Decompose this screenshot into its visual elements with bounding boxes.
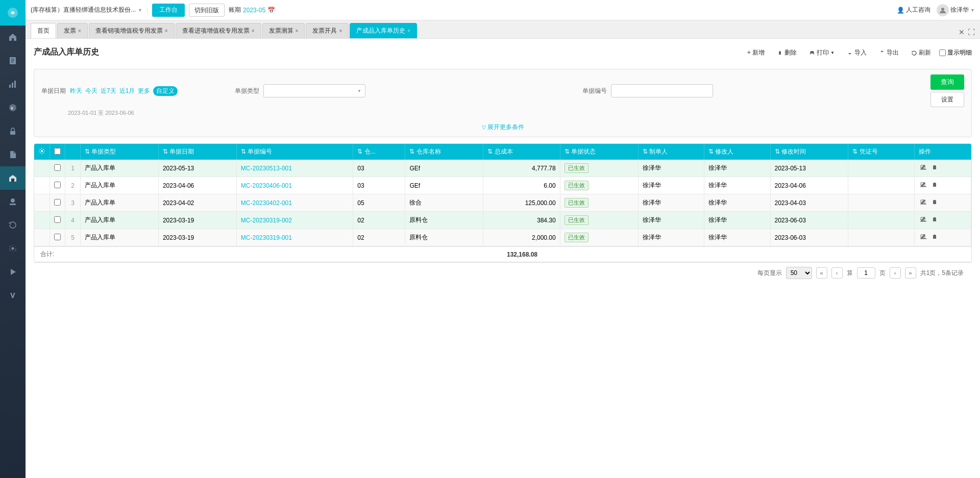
col-modifier[interactable]: ⇅ 修改人 bbox=[704, 144, 770, 160]
row-edit-btn[interactable] bbox=[920, 199, 929, 207]
sidebar-item-doc[interactable] bbox=[0, 143, 26, 166]
sidebar-item-play[interactable] bbox=[0, 260, 26, 284]
row-delete-btn[interactable] bbox=[931, 164, 938, 172]
custom-btn[interactable]: 自定义 bbox=[153, 86, 178, 96]
user-menu[interactable]: 徐泽华 ▼ bbox=[937, 4, 975, 16]
row-checkbox[interactable] bbox=[54, 164, 61, 171]
sidebar-item-stamp[interactable] bbox=[0, 190, 26, 213]
col-date[interactable]: ⇅ 单据日期 bbox=[158, 144, 236, 160]
refresh-button[interactable]: 刷新 bbox=[907, 47, 935, 59]
tab-home[interactable]: 首页 bbox=[31, 23, 56, 38]
row-edit-btn[interactable] bbox=[920, 164, 929, 172]
page-size-select[interactable]: 50 20 100 bbox=[786, 267, 812, 279]
query-button[interactable]: 查询 bbox=[930, 74, 964, 90]
new-button[interactable]: + 新增 bbox=[743, 47, 769, 59]
import-button[interactable]: 导入 bbox=[843, 47, 871, 59]
sidebar-item-chart[interactable] bbox=[0, 72, 26, 96]
last7-btn[interactable]: 近7天 bbox=[101, 87, 116, 95]
row-checkbox[interactable] bbox=[54, 216, 61, 223]
row-number-link[interactable]: MC-20230513-001 bbox=[241, 165, 292, 172]
row-number-link[interactable]: MC-20230319-002 bbox=[241, 217, 292, 224]
row-checkbox-cell[interactable] bbox=[50, 212, 65, 229]
col-warehouse-code[interactable]: ⇅ 仓... bbox=[353, 144, 405, 160]
sidebar-item-settings[interactable] bbox=[0, 237, 26, 260]
col-modify-time[interactable]: ⇅ 修改时间 bbox=[770, 144, 848, 160]
row-delete-btn[interactable] bbox=[931, 216, 938, 224]
today-btn[interactable]: 今天 bbox=[85, 87, 97, 95]
export-button[interactable]: 导出 bbox=[875, 47, 903, 59]
more-btn[interactable]: 更多 bbox=[138, 87, 150, 95]
sidebar-item-invoice[interactable] bbox=[0, 49, 26, 72]
row-number[interactable]: MC-20230513-001 bbox=[236, 160, 353, 177]
show-detail-checkbox[interactable] bbox=[939, 49, 946, 56]
workbench-button[interactable]: 工作台 bbox=[152, 4, 185, 17]
row-edit-btn[interactable] bbox=[920, 216, 929, 224]
col-voucher[interactable]: ⇅ 凭证号 bbox=[848, 144, 914, 160]
first-page-btn[interactable]: « bbox=[816, 267, 827, 279]
switch-version-button[interactable]: 切到旧版 bbox=[189, 4, 225, 17]
tab-invoice-issue[interactable]: 发票开具 × bbox=[306, 23, 349, 38]
tab-invoice[interactable]: 发票 × bbox=[57, 23, 88, 38]
print-button[interactable]: 打印 ▼ bbox=[805, 47, 839, 59]
col-status[interactable]: ⇅ 单据状态 bbox=[560, 144, 638, 160]
tab-sales-vat-close[interactable]: × bbox=[165, 28, 168, 34]
tab-invoice-calc[interactable]: 发票测算 × bbox=[262, 23, 305, 38]
row-number[interactable]: MC-20230319-002 bbox=[236, 212, 353, 229]
row-checkbox[interactable] bbox=[54, 182, 61, 188]
col-type[interactable]: ⇅ 单据类型 bbox=[81, 144, 159, 160]
service-button[interactable]: 👤 人工咨询 bbox=[897, 6, 930, 14]
row-number[interactable]: MC-20230402-001 bbox=[236, 194, 353, 212]
row-number-link[interactable]: MC-20230319-001 bbox=[241, 234, 292, 241]
col-checkbox[interactable] bbox=[50, 144, 65, 160]
tab-purchase-vat-close[interactable]: × bbox=[252, 28, 255, 34]
row-delete-btn[interactable] bbox=[931, 199, 938, 207]
tab-invoice-close[interactable]: × bbox=[78, 28, 81, 34]
last-page-btn[interactable]: » bbox=[905, 267, 916, 279]
row-edit-btn[interactable] bbox=[920, 182, 929, 190]
row-delete-btn[interactable] bbox=[931, 234, 938, 242]
sidebar-item-warehouse[interactable] bbox=[0, 166, 26, 190]
sidebar-item-refresh[interactable] bbox=[0, 213, 26, 237]
col-warehouse-name[interactable]: ⇅ 仓库名称 bbox=[405, 144, 483, 160]
tab-expand-icon[interactable]: ⛶ bbox=[968, 28, 975, 36]
tab-close-all-icon[interactable]: ✕ bbox=[959, 28, 965, 36]
period-calendar-icon[interactable]: 📅 bbox=[267, 7, 275, 14]
col-creator[interactable]: ⇅ 制单人 bbox=[638, 144, 704, 160]
tab-sales-vat[interactable]: 查看销项增值税专用发票 × bbox=[89, 23, 175, 38]
app-logo[interactable] bbox=[0, 0, 26, 26]
tab-invoice-issue-close[interactable]: × bbox=[339, 28, 342, 34]
delete-button[interactable]: 删除 bbox=[773, 47, 801, 59]
last1m-btn[interactable]: 近1月 bbox=[119, 87, 135, 95]
select-all-checkbox[interactable] bbox=[54, 148, 61, 155]
sidebar-item-lock[interactable] bbox=[0, 119, 26, 143]
expand-filter-btn[interactable]: ▽ 展开更多条件 bbox=[482, 123, 524, 132]
set-button[interactable]: 设置 bbox=[930, 92, 964, 107]
col-number[interactable]: ⇅ 单据编号 bbox=[236, 144, 353, 160]
page-input[interactable] bbox=[857, 267, 875, 279]
row-number[interactable]: MC-20230319-001 bbox=[236, 229, 353, 246]
row-number-link[interactable]: MC-20230402-001 bbox=[241, 199, 292, 207]
sidebar-item-v[interactable]: V bbox=[0, 284, 26, 307]
row-checkbox-cell[interactable] bbox=[50, 194, 65, 212]
row-checkbox-cell[interactable] bbox=[50, 177, 65, 194]
company-selector[interactable]: (库存核算）直播轻绑通信息技术股份... ▼ bbox=[31, 6, 142, 14]
row-checkbox-cell[interactable] bbox=[50, 229, 65, 246]
tab-warehouse-history-close[interactable]: × bbox=[407, 28, 410, 34]
row-checkbox[interactable] bbox=[54, 199, 61, 206]
next-page-btn[interactable]: › bbox=[890, 267, 901, 279]
sidebar-item-tax[interactable]: ¥ bbox=[0, 96, 26, 119]
yesterday-btn[interactable]: 昨天 bbox=[70, 87, 82, 95]
col-total-cost[interactable]: ⇅ 总成本 bbox=[483, 144, 560, 160]
prev-page-btn[interactable]: ‹ bbox=[831, 267, 843, 279]
row-number[interactable]: MC-20230406-001 bbox=[236, 177, 353, 194]
type-select[interactable] bbox=[263, 84, 365, 97]
sidebar-item-home[interactable] bbox=[0, 26, 26, 49]
col-settings[interactable] bbox=[34, 144, 50, 160]
tab-purchase-vat[interactable]: 查看进项增值税专用发票 × bbox=[176, 23, 261, 38]
row-edit-btn[interactable] bbox=[920, 234, 929, 242]
row-delete-btn[interactable] bbox=[931, 182, 938, 190]
number-input[interactable] bbox=[611, 84, 713, 97]
tab-warehouse-history[interactable]: 产成品入库单历史 × bbox=[350, 23, 417, 38]
row-checkbox[interactable] bbox=[54, 234, 61, 240]
tab-invoice-calc-close[interactable]: × bbox=[296, 28, 299, 34]
